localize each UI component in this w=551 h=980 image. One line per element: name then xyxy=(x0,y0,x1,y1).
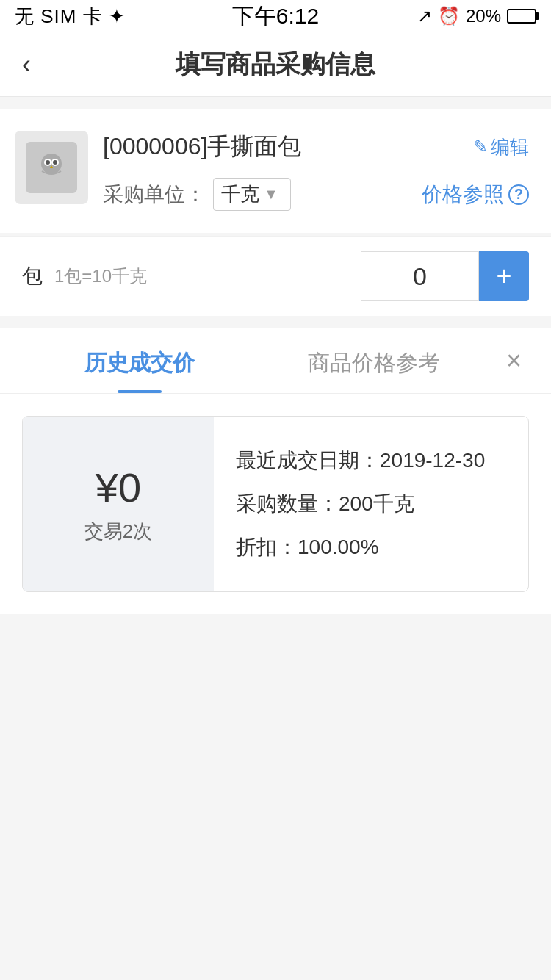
tab-product-price-ref-label: 商品价格参考 xyxy=(308,350,440,375)
back-button[interactable]: ‹ xyxy=(22,42,38,87)
page-title: 填写商品采购信息 xyxy=(176,48,375,82)
tab-history-price[interactable]: 历史成交价 xyxy=(22,328,256,393)
price-qty-row: 采购数量：200千克 xyxy=(236,489,506,518)
unit-select[interactable]: 千克 ▼ xyxy=(213,178,291,211)
status-bar: 无 SIM 卡 ✦ 下午6:12 ↗ ⏰ 20% xyxy=(0,0,551,32)
product-unit-row: 采购单位： 千克 ▼ 价格参照 ? xyxy=(103,178,529,211)
quantity-input[interactable] xyxy=(361,251,479,301)
date-value: 2019-12-30 xyxy=(380,449,485,472)
price-card: ¥0 交易2次 最近成交日期：2019-12-30 采购数量：200千克 折扣：… xyxy=(22,416,529,592)
price-reference-button[interactable]: 价格参照 ? xyxy=(422,181,529,209)
alarm-icon: ⏰ xyxy=(438,6,460,26)
quantity-row: 包 1包=10千克 + xyxy=(0,236,551,316)
tabs-header: 历史成交价 商品价格参考 × xyxy=(0,328,551,394)
tab-content: ¥0 交易2次 最近成交日期：2019-12-30 采购数量：200千克 折扣：… xyxy=(0,394,551,614)
battery-percent: 20% xyxy=(466,6,501,26)
tabs-section: 历史成交价 商品价格参考 × ¥0 交易2次 最近成交日期：2019-12-30… xyxy=(0,328,551,614)
status-left: 无 SIM 卡 ✦ xyxy=(15,4,126,29)
qty-value: 200千克 xyxy=(339,492,414,515)
product-top-row: [0000006]手撕面包 ✎ 编辑 xyxy=(103,131,529,163)
edit-icon: ✎ xyxy=(473,137,488,157)
quantity-plus-button[interactable]: + xyxy=(479,251,529,301)
quantity-label: 包 1包=10千克 xyxy=(22,262,147,290)
tab-product-price-ref[interactable]: 商品价格参考 xyxy=(256,328,491,393)
price-discount-row: 折扣：100.00% xyxy=(236,533,506,561)
unit-bao-label: 包 xyxy=(22,262,43,290)
nav-bar: ‹ 填写商品采购信息 xyxy=(0,32,551,97)
price-details: 最近成交日期：2019-12-30 采购数量：200千克 折扣：100.00% xyxy=(214,417,528,591)
product-info: [0000006]手撕面包 ✎ 编辑 采购单位： 千克 ▼ 价格参照 ? xyxy=(103,131,529,211)
tab-close-button[interactable]: × xyxy=(499,338,529,383)
product-card: [0000006]手撕面包 ✎ 编辑 采购单位： 千克 ▼ 价格参照 ? xyxy=(0,109,551,233)
quantity-input-group: + xyxy=(361,251,529,301)
dropdown-arrow-icon: ▼ xyxy=(264,186,278,203)
price-ref-label: 价格参照 xyxy=(422,181,504,209)
svg-point-0 xyxy=(41,154,62,174)
location-icon: ↗ xyxy=(417,6,432,26)
date-label: 最近成交日期： xyxy=(236,449,380,472)
unit-label: 采购单位： 千克 ▼ xyxy=(103,178,291,211)
price-amount: ¥0 xyxy=(96,464,141,511)
help-icon: ? xyxy=(508,184,529,205)
edit-label: 编辑 xyxy=(491,134,529,160)
plus-icon: + xyxy=(496,261,511,292)
price-summary: ¥0 交易2次 xyxy=(23,417,214,591)
status-right: ↗ ⏰ 20% xyxy=(417,6,536,26)
price-trades: 交易2次 xyxy=(84,519,152,544)
svg-point-3 xyxy=(46,160,50,165)
unit-value: 千克 xyxy=(221,181,259,207)
battery-icon xyxy=(507,9,536,24)
product-image xyxy=(15,131,88,204)
svg-point-4 xyxy=(53,160,57,165)
unit-conversion: 1包=10千克 xyxy=(54,264,147,288)
bottom-area xyxy=(0,614,551,980)
tab-history-price-label: 历史成交价 xyxy=(84,350,195,375)
qty-label: 采购数量： xyxy=(236,492,339,515)
edit-button[interactable]: ✎ 编辑 xyxy=(473,134,529,160)
product-name: [0000006]手撕面包 xyxy=(103,131,301,163)
discount-value: 100.00% xyxy=(298,536,379,558)
product-thumbnail xyxy=(26,142,77,193)
price-date-row: 最近成交日期：2019-12-30 xyxy=(236,446,506,475)
discount-label: 折扣： xyxy=(236,536,298,558)
status-time: 下午6:12 xyxy=(232,1,319,32)
